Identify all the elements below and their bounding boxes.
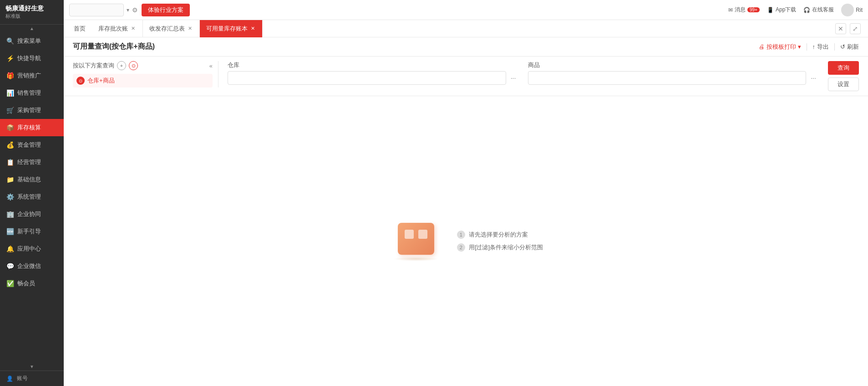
sidebar-item-shortcut[interactable]: ⚡ 快捷导航 (0, 50, 64, 67)
message-button[interactable]: ✉ 消息 99+ (728, 6, 760, 14)
sidebar-item-marketing[interactable]: 🎁 营销推广 (0, 67, 64, 84)
user-profile-button[interactable]: Rit (841, 4, 863, 16)
filter-scheme-panel: 按以下方案查询 + ⊙ « ⊙ 仓库+商品 (73, 61, 218, 87)
sidebar-item-purchase[interactable]: 🛒 采购管理 (0, 102, 64, 119)
tab-batch[interactable]: 库存批次账 ✕ (92, 20, 143, 37)
scheme-item-label: 仓库+商品 (87, 77, 115, 85)
empty-text: 1 请先选择要分析的方案 2 用[过滤]条件来缩小分析范围 (457, 231, 543, 252)
empty-state: 1 请先选择要分析的方案 2 用[过滤]条件来缩小分析范围 (64, 96, 868, 386)
filter-product-field: 商品 ··· (528, 61, 819, 85)
tab-summary-label: 收发存汇总表 (149, 25, 185, 33)
warehouse-input[interactable] (228, 71, 506, 85)
home-label: 首页 (74, 25, 86, 33)
refresh-icon: ↺ (840, 43, 845, 50)
empty-content: 1 请先选择要分析的方案 2 用[过滤]条件来缩小分析范围 (389, 214, 543, 268)
sidebar-logo: 畅康通好生意 标准版 (0, 0, 64, 25)
warehouse-more-btn[interactable]: ··· (508, 72, 519, 83)
page-header: 可用量查询(按仓库+商品) 🖨 按模板打印 ▾ ↑ 导出 ↺ 刷新 (64, 37, 868, 57)
chat-icon: 💬 (6, 262, 14, 270)
sidebar-item-basic[interactable]: 📁 基础信息 (0, 171, 64, 188)
tab-expand-btn[interactable]: ⤢ (850, 23, 861, 34)
filter-settings-btn[interactable]: ⊙ (129, 61, 138, 70)
tab-summary[interactable]: 收发存汇总表 ✕ (143, 20, 200, 37)
clipboard-icon: 📋 (6, 159, 14, 166)
step-1-circle: 1 (457, 231, 465, 239)
filter-fields: 仓库 ··· 商品 ··· (218, 61, 819, 85)
sidebar-item-sales[interactable]: 📊 销售管理 (0, 84, 64, 102)
sidebar-item-label: 畅会员 (17, 279, 35, 288)
sidebar-item-member[interactable]: ✅ 畅会员 (0, 275, 64, 292)
product-more-btn[interactable]: ··· (808, 72, 819, 83)
filter-panel: 按以下方案查询 + ⊙ « ⊙ 仓库+商品 仓库 ··· (64, 57, 868, 96)
query-button[interactable]: 查询 (828, 61, 859, 75)
sidebar-item-label: 应用中心 (17, 245, 41, 253)
main-area: ▾ ⚙ 体验行业方案 ✉ 消息 99+ 📱 App下载 🎧 在线客服 Rit (64, 0, 868, 386)
topbar-search-area: ▾ ⚙ (69, 4, 138, 16)
gift-icon: 🎁 (6, 72, 14, 79)
refresh-button[interactable]: ↺ 刷新 (840, 43, 859, 51)
sidebar-item-finance[interactable]: 💰 资金管理 (0, 136, 64, 154)
topbar-gear-icon[interactable]: ⚙ (132, 6, 138, 14)
sidebar-nav: 🔍 搜索菜单 ⚡ 快捷导航 🎁 营销推广 📊 销售管理 🛒 采购管理 📦 库存核… (0, 32, 64, 363)
sidebar-item-inventory[interactable]: 📦 库存核算 (0, 119, 64, 136)
export-label: 导出 (817, 43, 829, 51)
page-header-actions: 🖨 按模板打印 ▾ ↑ 导出 ↺ 刷新 (759, 43, 859, 51)
empty-step-1-text: 请先选择要分析的方案 (469, 231, 528, 239)
topbar-right: ✉ 消息 99+ 📱 App下载 🎧 在线客服 Rit (728, 4, 863, 16)
sidebar-item-enterprise[interactable]: 🏢 企业协同 (0, 206, 64, 223)
sidebar-item-system[interactable]: ⚙️ 系统管理 (0, 188, 64, 206)
product-input[interactable] (528, 71, 807, 85)
online-service-button[interactable]: 🎧 在线客服 (803, 6, 834, 14)
divider-1 (807, 43, 807, 51)
search-icon: 🔍 (6, 37, 14, 45)
tab-available-close[interactable]: ✕ (249, 26, 256, 32)
sidebar-item-label: 采购管理 (17, 106, 41, 114)
robot-box-icon (398, 223, 434, 255)
sidebar-item-label: 快捷导航 (17, 54, 41, 62)
tab-home[interactable]: 首页 (67, 20, 92, 37)
step-2-circle: 2 (457, 243, 465, 252)
topbar-search-input[interactable] (69, 4, 124, 16)
sidebar-item-label: 库存核算 (17, 124, 41, 132)
product-label: 商品 (528, 61, 819, 69)
app-title: 畅康通好生意 (5, 5, 58, 13)
sidebar-item-label: 搜索菜单 (17, 37, 41, 45)
topbar: ▾ ⚙ 体验行业方案 ✉ 消息 99+ 📱 App下载 🎧 在线客服 Rit (64, 0, 868, 20)
sidebar-bottom[interactable]: 👤 账号 (0, 371, 64, 386)
message-badge: 99+ (747, 7, 760, 12)
dropdown-icon[interactable]: ▾ (127, 7, 129, 13)
sidebar-item-guide[interactable]: 🆕 新手引导 (0, 223, 64, 240)
app-download-label: App下载 (776, 6, 796, 14)
print-button[interactable]: 🖨 按模板打印 ▾ (759, 43, 801, 51)
tab-batch-close[interactable]: ✕ (130, 26, 136, 32)
online-service-label: 在线客服 (812, 6, 834, 14)
sidebar-item-operations[interactable]: 📋 经营管理 (0, 154, 64, 171)
app-subtitle: 标准版 (5, 13, 58, 20)
print-icon: 🖨 (759, 43, 765, 50)
tab-close-all-btn[interactable]: ✕ (835, 23, 846, 34)
app-download-button[interactable]: 📱 App下载 (767, 6, 796, 14)
tab-available[interactable]: 可用量库存账本 ✕ (200, 20, 263, 37)
sidebar-scroll-up[interactable]: ▲ (0, 25, 64, 32)
sidebar-item-search[interactable]: 🔍 搜索菜单 (0, 32, 64, 50)
export-button[interactable]: ↑ 导出 (812, 43, 829, 51)
filter-scheme-item[interactable]: ⊙ 仓库+商品 (73, 74, 213, 87)
filter-add-btn[interactable]: + (117, 61, 126, 70)
settings-button[interactable]: 设置 (828, 77, 859, 91)
filter-collapse-btn[interactable]: « (209, 62, 213, 69)
sidebar-item-wechat[interactable]: 💬 企业微信 (0, 257, 64, 275)
empty-step-2-text: 用[过滤]条件来缩小分析范围 (469, 243, 543, 252)
empty-illustration (389, 214, 443, 268)
sidebar-scroll-down[interactable]: ▼ (0, 363, 64, 371)
trial-button[interactable]: 体验行业方案 (142, 4, 190, 16)
message-icon: ✉ (728, 7, 733, 13)
tab-summary-close[interactable]: ✕ (187, 26, 193, 32)
filter-left-header: 按以下方案查询 + ⊙ « (73, 61, 213, 70)
sidebar-item-label: 企业微信 (17, 262, 41, 270)
sidebar-item-apps[interactable]: 🔔 应用中心 (0, 240, 64, 257)
warehouse-input-row: ··· (228, 71, 519, 85)
sidebar-item-label: 资金管理 (17, 141, 41, 149)
filter-actions: 查询 设置 (828, 61, 859, 91)
tab-batch-label: 库存批次账 (98, 25, 128, 33)
sidebar: 畅康通好生意 标准版 ▲ 🔍 搜索菜单 ⚡ 快捷导航 🎁 营销推广 📊 销售管理… (0, 0, 64, 386)
